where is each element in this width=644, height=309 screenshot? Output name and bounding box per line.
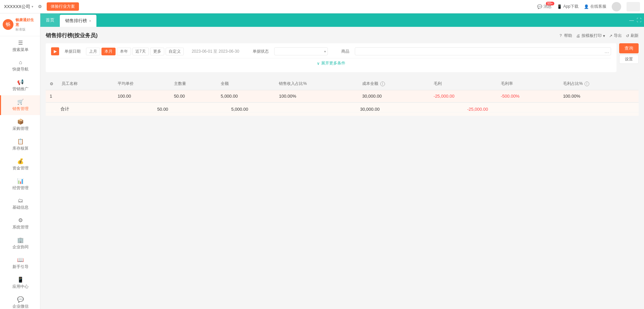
print-button[interactable]: 🖨 按模板打印 ▾ <box>576 33 605 39</box>
tab-sales-ranking[interactable]: 销售排行榜 × <box>60 15 96 27</box>
gross-value: -25,000.00 <box>434 94 455 99</box>
operations-icon: 📊 <box>17 178 24 184</box>
filter-collapse-button[interactable]: ▶ <box>51 47 59 55</box>
export-button[interactable]: ↗ 导出 <box>609 33 622 39</box>
logo-line1: 畅康通好生意 <box>15 17 37 27</box>
total-sales-pct <box>325 106 356 112</box>
app-download-label: App下载 <box>563 4 578 9</box>
tab-home[interactable]: 首页 <box>40 13 60 27</box>
table-row: 1 100.00 50.00 5,000.00 100.00% 30,000.0… <box>46 90 639 102</box>
finance-icon: 💰 <box>17 158 24 164</box>
sidebar-item-system[interactable]: ⚙ 系统管理 <box>0 214 40 234</box>
date-btn-this-year[interactable]: 本年 <box>117 48 131 55</box>
print-icon: 🖨 <box>576 34 580 38</box>
company-selector[interactable]: XXXXXX公司 ▾ <box>4 4 33 10</box>
system-icon: ⚙ <box>18 217 23 223</box>
sidebar-item-label-app: 应用中心 <box>12 284 29 290</box>
expand-more-label: 展开更多条件 <box>321 60 345 66</box>
avg-price-value: 100.00 <box>118 94 131 99</box>
rank-value: 1 <box>50 94 52 99</box>
status-select-wrap: ▾ <box>274 47 328 55</box>
sidebar-item-sales[interactable]: 🛒 销售管理 <box>0 95 40 115</box>
cell-main-qty: 50.00 <box>170 90 217 102</box>
message-button[interactable]: 💬 消息 99+ <box>537 4 552 9</box>
th-name: 员工名称 <box>57 78 114 90</box>
main-layout: 畅 畅康通好生意 标准版 ☰ 搜索菜单 ⌂ 快捷导航 📢 营销推广 🛒 销售管理… <box>0 13 644 309</box>
sidebar-item-app-center[interactable]: 📱 应用中心 <box>0 273 40 293</box>
marketing-icon: 📢 <box>17 79 24 85</box>
settings-icon[interactable]: ⚙ <box>36 3 44 11</box>
online-service-button[interactable]: 👤 在线客服 <box>584 4 606 9</box>
total-gross-pct <box>607 106 639 112</box>
page-title: 销售排行榜(按业务员) <box>46 32 98 39</box>
sidebar-item-label-finance: 资金管理 <box>12 165 29 171</box>
total-table-row: 合计 50.00 5,000.00 30,000.00 -25,000.00 <box>46 106 639 112</box>
sidebar-item-quick-nav[interactable]: ⌂ 快捷导航 <box>0 56 40 75</box>
date-btn-last-month[interactable]: 上月 <box>86 48 100 55</box>
tab-minimize-icon[interactable]: — <box>629 17 634 23</box>
th-main-qty-label: 主数量 <box>174 81 186 86</box>
filter-row-1: ▶ 单据日期 上月 本月 本年 近7天 更多 自定义 2023-06-01 至 … <box>51 47 611 55</box>
date-btn-7days[interactable]: 近7天 <box>132 48 149 55</box>
expand-chevron-icon: ∨ <box>317 61 320 66</box>
total-gross-value: -25,000.00 <box>467 107 488 112</box>
trial-button[interactable]: 体验行业方案 <box>47 2 79 11</box>
total-amount-value: 5,000.00 <box>231 107 248 112</box>
cost-info-icon[interactable]: i <box>380 82 385 86</box>
sidebar-item-guide[interactable]: 📖 新手引导 <box>0 253 40 273</box>
total-gross-rate <box>576 106 607 112</box>
setting-button[interactable]: 设置 <box>619 55 639 64</box>
sidebar-item-operations[interactable]: 📊 经营管理 <box>0 174 40 194</box>
app-center-icon: 📱 <box>17 276 24 283</box>
sidebar-item-enterprise[interactable]: 🏢 企业协同 <box>0 234 40 253</box>
sidebar-item-finance[interactable]: 💰 资金管理 <box>0 155 40 174</box>
th-cost: 成本全额 i <box>358 78 429 90</box>
user-name-area[interactable] <box>627 2 640 11</box>
sidebar-item-label-enterprise: 企业协同 <box>12 244 29 250</box>
sidebar-item-search-orders[interactable]: ☰ 搜索菜单 <box>0 36 40 56</box>
status-select[interactable] <box>274 47 328 55</box>
date-label: 单据日期 <box>65 49 81 54</box>
gross-pct-value: 100.00% <box>563 94 580 99</box>
filter-panel: ▶ 单据日期 上月 本月 本年 近7天 更多 自定义 2023-06-01 至 … <box>46 43 616 72</box>
sidebar-item-label-search: 搜索菜单 <box>12 47 29 53</box>
enterprise-icon: 🏢 <box>17 237 24 243</box>
logo-sub: 标准版 <box>15 27 37 32</box>
tab-close-icon[interactable]: × <box>89 19 91 23</box>
gross-pct-info-icon[interactable]: i <box>585 82 589 86</box>
help-button[interactable]: ？ 帮助 <box>559 33 572 39</box>
app-icon: 📱 <box>557 4 562 9</box>
th-amount-label: 全额 <box>221 81 229 86</box>
goods-ellipsis[interactable]: … <box>604 49 609 54</box>
date-buttons: 上月 本月 本年 近7天 更多 自定义 <box>86 48 184 55</box>
online-service-label: 在线客服 <box>590 4 606 9</box>
sidebar-item-inventory[interactable]: 📋 库存核算 <box>0 135 40 155</box>
avatar[interactable] <box>612 2 621 11</box>
top-bar: XXXXXX公司 ▾ ⚙ 体验行业方案 💬 消息 99+ 📱 App下载 👤 在… <box>0 0 644 13</box>
expand-more-button[interactable]: ∨ 展开更多条件 <box>51 58 611 68</box>
date-btn-this-month[interactable]: 本月 <box>101 48 116 55</box>
sidebar-item-marketing[interactable]: 📢 营销推广 <box>0 75 40 95</box>
cost-value: 30,000.00 <box>362 94 382 99</box>
chevron-down-icon: ▾ <box>32 5 33 8</box>
goods-input[interactable] <box>355 47 611 55</box>
sidebar-item-wechat[interactable]: 💬 企业微信 <box>0 293 40 309</box>
date-btn-custom[interactable]: 自定义 <box>166 48 184 55</box>
refresh-button[interactable]: ↺ 刷新 <box>626 33 639 39</box>
sidebar: 畅 畅康通好生意 标准版 ☰ 搜索菜单 ⌂ 快捷导航 📢 营销推广 🛒 销售管理… <box>0 13 40 309</box>
app-download-button[interactable]: 📱 App下载 <box>557 4 578 9</box>
th-main-qty: 主数量 <box>170 78 217 90</box>
query-button[interactable]: 查询 <box>619 43 639 53</box>
date-btn-more[interactable]: 更多 <box>150 48 164 55</box>
service-icon: 👤 <box>584 4 589 9</box>
quick-nav-icon: ⌂ <box>19 59 22 65</box>
tab-expand-icon[interactable]: ⛶ <box>637 17 641 23</box>
sidebar-item-basic-info[interactable]: 🗂 基础信息 <box>0 194 40 214</box>
th-avg-price: 平均单价 <box>114 78 170 90</box>
tab-sales-ranking-label: 销售排行榜 <box>65 18 87 24</box>
sidebar-item-purchase[interactable]: 📦 采购管理 <box>0 115 40 135</box>
sidebar-item-label-sales: 销售管理 <box>12 106 29 112</box>
cell-cost: 30,000.00 <box>358 90 429 102</box>
date-range: 2023-06-01 至 2023-06-30 <box>192 49 239 54</box>
refresh-label: 刷新 <box>631 33 639 39</box>
